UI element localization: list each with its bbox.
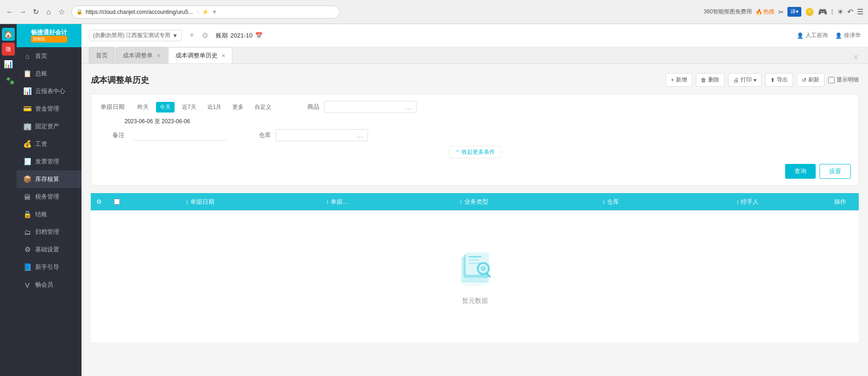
date-btn-custom[interactable]: 自定义 <box>251 102 275 113</box>
service-btn[interactable]: 👤 人工咨询 <box>797 31 828 39</box>
tab-cost-adjust-close-icon[interactable]: ✕ <box>156 53 161 59</box>
th-warehouse[interactable]: ↕ 仓库 <box>548 198 674 206</box>
sidebar-item-tax[interactable]: 🏛 税务管理 <box>17 188 81 206</box>
calendar-icon[interactable]: 📅 <box>255 32 262 39</box>
plus-new-icon: + <box>671 77 674 83</box>
note-filter-label: 备注 <box>99 131 125 139</box>
date-btn-yesterday[interactable]: 昨天 <box>134 102 152 113</box>
strip-icon-green[interactable]: ● <box>2 72 15 85</box>
note-input[interactable] <box>134 130 226 141</box>
home-button[interactable]: ⌂ <box>44 7 54 17</box>
tab-cost-adjust[interactable]: 成本调整单 ✕ <box>116 47 168 63</box>
empty-state: 暂元数据 <box>91 211 859 342</box>
tab-cost-adjust-history-close-icon[interactable]: ✕ <box>221 53 225 59</box>
user-btn[interactable]: 👤 徐泽华 <box>835 31 861 39</box>
sidebar-item-close[interactable]: 🔒 结账 <box>17 206 81 223</box>
warehouse-select[interactable]: … <box>275 129 368 141</box>
display-detail-checkbox[interactable] <box>828 77 835 83</box>
sidebar-item-ledger[interactable]: 📋 总账 <box>17 65 81 82</box>
delete-btn[interactable]: 🗑 删除 <box>696 73 724 87</box>
sidebar-item-ledger-label: 总账 <box>35 69 47 78</box>
undo-icon[interactable]: ↶ <box>847 7 853 16</box>
setup-btn[interactable]: 设置 <box>819 164 851 179</box>
th-date[interactable]: ↕ 单据日期 <box>126 198 274 206</box>
hot-search[interactable]: 🔥 热搜 <box>756 8 774 16</box>
gear-settings-icon[interactable]: ⚙ <box>96 198 102 205</box>
query-btn[interactable]: 查询 <box>785 164 816 179</box>
sidebar-item-invoice[interactable]: 🧾 发票管理 <box>17 153 81 170</box>
address-bar[interactable]: 🔒 https://cloud.chanjet.com/accounting/u… <box>71 6 340 19</box>
sidebar-item-home-label: 首页 <box>35 52 47 60</box>
sidebar-item-guide[interactable]: 📘 新手引导 <box>17 258 81 276</box>
print-btn[interactable]: 🖨 打印 ▾ <box>728 73 762 87</box>
game-icon[interactable]: 🎮 <box>818 7 827 16</box>
forward-button[interactable]: → <box>18 7 28 17</box>
nav-items-list: ⌂ 首页 📋 总账 📊 云报表中心 💳 资金管理 🏢 固定资产 💰 工资 <box>17 47 81 376</box>
refresh-btn[interactable]: ↺ 刷新 <box>797 73 824 87</box>
menu-icon[interactable]: ☰ <box>857 7 863 16</box>
member-icon: V <box>23 281 31 289</box>
trash-icon: 🗑 <box>701 77 706 83</box>
strip-icon-chart[interactable]: 📊 <box>2 57 15 70</box>
refresh-button[interactable]: ↻ <box>31 7 41 17</box>
sidebar-item-settings-label: 基础设置 <box>35 245 59 254</box>
date-btn-today[interactable]: 今天 <box>156 102 175 113</box>
funds-icon: 💳 <box>23 105 31 113</box>
sidebar-item-member[interactable]: V 畅会员 <box>17 276 81 294</box>
export-btn[interactable]: ⬆ 导出 <box>765 73 793 87</box>
top-bar-left: (勿删勿禁用) 江西服宝测试专用 ▼ + ⚙ 账期 2021-10 📅 <box>89 30 262 41</box>
date-btn-7days[interactable]: 近7天 <box>178 102 200 113</box>
sidebar-item-inventory[interactable]: 📦 库存核算 <box>17 170 81 188</box>
tab-bar-close-icon[interactable]: ✕ <box>851 51 861 63</box>
data-table-container: ⚙ ↕ 单据日期 ↕ 单据... ↕ 业务类型 ↕ 仓库 <box>91 193 859 342</box>
date-btn-more[interactable]: 更多 <box>229 102 247 113</box>
strip-icon-red[interactable]: 微 <box>2 43 15 56</box>
strip-icon-active[interactable]: 🏠 <box>2 28 15 41</box>
tab-cost-adjust-history[interactable]: 成本调整单历史 ✕ <box>169 47 232 63</box>
sidebar-item-funds[interactable]: 💳 资金管理 <box>17 100 81 118</box>
th-num[interactable]: ↕ 单据... <box>274 198 400 206</box>
filter-row-warehouse: 备注 仓库 … <box>99 129 851 141</box>
coin-icon[interactable]: 🪙 <box>805 7 814 16</box>
tax-icon: 🏛 <box>23 193 31 201</box>
goods-dots-icon[interactable]: … <box>405 103 412 111</box>
scissors-icon[interactable]: ✂ <box>778 8 784 16</box>
sidebar-item-fixed[interactable]: 🏢 固定资产 <box>17 118 81 135</box>
select-all-checkbox[interactable] <box>114 199 120 205</box>
th-handler[interactable]: ↕ 经手人 <box>674 198 822 206</box>
translate-icon[interactable]: 译▾ <box>787 7 801 17</box>
date-btn-1month[interactable]: 近1月 <box>204 102 225 113</box>
warehouse-dots-icon[interactable]: … <box>356 132 363 139</box>
sidebar-item-archive[interactable]: 🗂 归档管理 <box>17 223 81 241</box>
new-btn-label: 新增 <box>676 76 687 84</box>
goods-select[interactable]: … <box>324 101 417 113</box>
sidebar-item-guide-label: 新手引导 <box>35 263 59 271</box>
star-button[interactable]: ☆ <box>56 7 67 17</box>
sidebar-item-home[interactable]: ⌂ 首页 <box>17 47 81 65</box>
collapse-btn[interactable]: ⌃ 收起更多条件 <box>449 146 501 158</box>
company-selector[interactable]: (勿删勿禁用) 江西服宝测试专用 ▼ <box>89 30 182 41</box>
back-button[interactable]: ← <box>5 7 15 17</box>
new-btn[interactable]: + 新增 <box>666 73 692 87</box>
sidebar-item-salary[interactable]: 💰 工资 <box>17 135 81 153</box>
th-checkbox[interactable] <box>107 199 126 205</box>
dropdown-arrow-icon[interactable]: ▼ <box>212 9 217 15</box>
user-name-label: 徐泽华 <box>844 31 861 39</box>
sidebar-item-settings[interactable]: ⚙ 基础设置 <box>17 241 81 258</box>
sidebar-item-invoice-label: 发票管理 <box>35 157 59 166</box>
top-bar: (勿删勿禁用) 江西服宝测试专用 ▼ + ⚙ 账期 2021-10 📅 👤 人工… <box>81 24 868 47</box>
grid-icon: ⁝ <box>197 9 199 15</box>
salary-icon: 💰 <box>23 140 31 148</box>
display-toggle[interactable]: 显示明细 <box>828 76 859 84</box>
sidebar-item-reports[interactable]: 📊 云报表中心 <box>17 82 81 100</box>
th-gear[interactable]: ⚙ <box>91 198 107 205</box>
tab-home[interactable]: 首页 <box>89 47 115 63</box>
th-type[interactable]: ↕ 业务类型 <box>400 198 548 206</box>
grid-apps-icon[interactable]: ⁝ <box>831 7 833 16</box>
collapse-row: ⌃ 收起更多条件 <box>99 146 851 158</box>
plus-icon[interactable]: + <box>189 31 194 40</box>
table-header: ⚙ ↕ 单据日期 ↕ 单据... ↕ 业务类型 ↕ 仓库 <box>91 193 859 211</box>
company-name: (勿删勿禁用) 江西服宝测试专用 <box>93 31 170 39</box>
settings-gear-icon[interactable]: ⚙ <box>202 31 208 40</box>
sun-icon[interactable]: ☀ <box>837 7 843 16</box>
